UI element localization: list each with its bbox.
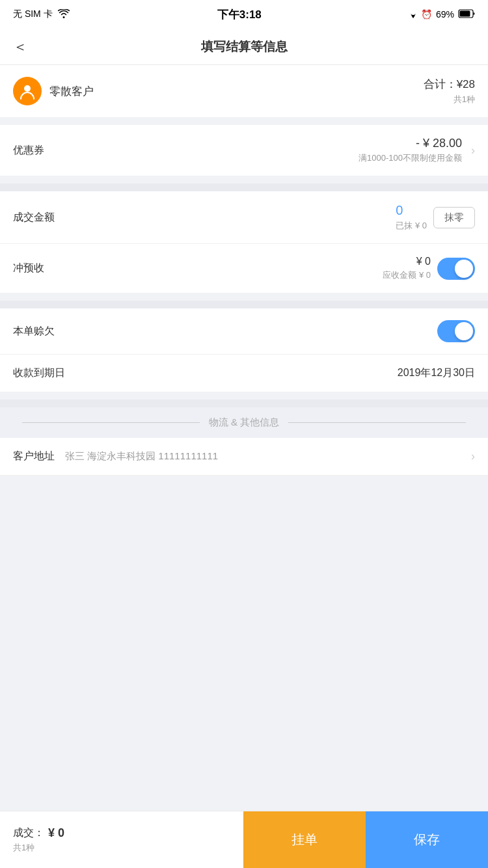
bottom-deal-label: 成交： [13,826,44,840]
svg-rect-1 [459,10,470,16]
status-time: 下午3:18 [217,7,262,22]
logistics-header: 物流 & 其他信息 [0,407,488,438]
debt-label: 本单赊欠 [13,325,55,338]
prepayment-value-block: ¥ 0 应收金额 ¥ 0 [383,256,431,281]
logistics-title: 物流 & 其他信息 [209,416,279,429]
customer-name: 零散客户 [49,84,94,99]
deal-amount-value-block: 0 已抹 ¥ 0 [396,203,427,232]
customer-right: 合计：¥28 共1种 [424,77,475,105]
status-left: 无 SIM 卡 [13,8,70,20]
deal-amount-value: 0 [396,203,427,218]
battery-percent: 69% [436,9,454,20]
address-chevron-icon: › [471,450,475,463]
back-button[interactable]: ＜ [8,32,33,62]
customer-left: 零散客户 [13,77,94,105]
avatar [13,77,42,105]
status-bar: 无 SIM 卡 下午3:18 ⏰ 69% [0,0,488,29]
bottom-info: 成交： ¥ 0 共1种 [0,826,243,854]
svg-point-2 [24,85,31,92]
sim-text: 无 SIM 卡 [13,8,53,20]
nav-bar: ＜ 填写结算等信息 [0,29,488,65]
bottom-count: 共1种 [13,842,230,854]
deal-amount-row: 成交金额 0 已抹 ¥ 0 抹零 [0,191,488,244]
debt-toggle-knob [455,322,473,340]
due-date-row: 收款到期日 2019年12月30日 [0,355,488,392]
deal-amount-label: 成交金额 [13,211,55,224]
bottom-deal-amount: ¥ 0 [48,826,64,840]
address-label: 客户地址 [13,450,55,463]
address-section: 客户地址 张三 海淀永丰科技园 11111111111 › [0,438,488,476]
prepayment-row: 冲预收 ¥ 0 应收金额 ¥ 0 [0,244,488,293]
deal-amount-right: 0 已抹 ¥ 0 抹零 [396,203,475,232]
coupon-row[interactable]: 优惠券 - ¥ 28.00 满1000-100不限制使用金额 › [0,125,488,176]
hold-button[interactable]: 挂单 [243,811,366,869]
coupon-discount-value: - ¥ 28.00 [359,137,462,150]
status-right: ⏰ 69% [409,8,475,21]
due-date-label: 收款到期日 [13,366,65,380]
deal-amount-sub: 已抹 ¥ 0 [396,220,427,232]
battery-icon [458,9,475,20]
bottom-bar: 成交： ¥ 0 共1种 挂单 保存 [0,811,488,868]
deal-section: 成交金额 0 已抹 ¥ 0 抹零 冲预收 ¥ 0 应收金额 ¥ 0 [0,191,488,293]
location-icon [409,8,417,21]
bottom-deal-row: 成交： ¥ 0 [13,826,230,840]
prepayment-label: 冲预收 [13,262,44,275]
toggle-knob [455,260,473,278]
coupon-sub-value: 满1000-100不限制使用金额 [359,152,462,164]
debt-section: 本单赊欠 收款到期日 2019年12月30日 [0,308,488,392]
prepayment-right: ¥ 0 应收金额 ¥ 0 [383,256,475,281]
total-count: 共1种 [424,94,475,105]
coupon-section: 优惠券 - ¥ 28.00 满1000-100不限制使用金额 › [0,125,488,176]
coupon-chevron-icon: › [471,144,475,157]
total-amount: 合计：¥28 [424,77,475,92]
coupon-label: 优惠券 [13,144,44,157]
coupon-right: - ¥ 28.00 满1000-100不限制使用金额 › [359,137,475,164]
divider-1 [0,183,488,191]
divider-3 [0,400,488,407]
address-row[interactable]: 客户地址 张三 海淀永丰科技园 11111111111 › [0,438,488,476]
save-button[interactable]: 保存 [366,811,488,869]
content: 零散客户 合计：¥28 共1种 优惠券 - ¥ 28.00 满1000-100不… [0,65,488,549]
wifi-icon [58,9,70,20]
alarm-icon: ⏰ [421,9,432,20]
customer-row: 零散客户 合计：¥28 共1种 [0,65,488,117]
round-zero-button[interactable]: 抹零 [433,207,475,228]
coupon-value-block: - ¥ 28.00 满1000-100不限制使用金额 [359,137,462,164]
nav-title: 填写结算等信息 [201,38,288,55]
prepayment-sub: 应收金额 ¥ 0 [383,269,431,281]
due-date-value: 2019年12月30日 [398,366,475,380]
address-value: 张三 海淀永丰科技园 11111111111 [65,450,458,463]
prepayment-toggle[interactable] [437,258,475,280]
prepayment-value: ¥ 0 [383,256,431,267]
divider-2 [0,301,488,308]
debt-row: 本单赊欠 [0,308,488,355]
debt-toggle[interactable] [437,320,475,342]
